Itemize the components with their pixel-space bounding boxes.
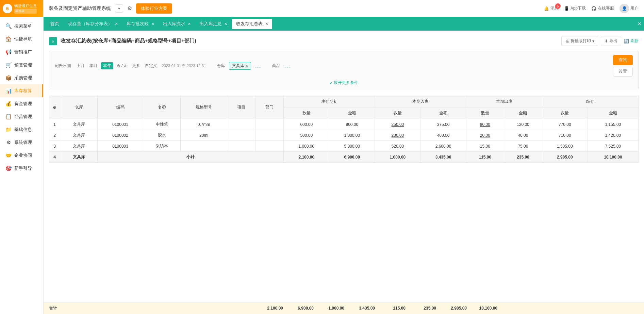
row-in-amt: 2,600.00: [420, 141, 466, 152]
print-button[interactable]: 🖨 拆镜版打印 ▾: [561, 36, 598, 46]
box-icon: 📦: [5, 75, 12, 81]
goods-dots[interactable]: ...: [284, 63, 291, 69]
settings-icon[interactable]: ⚙: [127, 5, 132, 12]
avatar: 👤: [620, 4, 629, 13]
total-closing-amt: 10,100.00: [471, 306, 501, 311]
handshake-icon: 🤝: [5, 152, 12, 159]
home-icon: 🏠: [5, 36, 12, 42]
warehouse-tag-close[interactable]: ×: [246, 64, 248, 68]
user-action[interactable]: 👤 用户: [620, 4, 639, 13]
row-goods-spec: 0.7mm: [181, 119, 227, 130]
header-right: 🔔 消息 6 📱 App下载 🎧 在线客服 👤 用户: [544, 4, 639, 13]
logo-area: 6 畅捷通好生意 标准版: [0, 0, 43, 17]
online-service-label: 在线客服: [598, 5, 614, 11]
sidebar-item-system[interactable]: ⚙ 系统管理: [0, 136, 43, 149]
tab-batch-ledger-close[interactable]: ×: [151, 21, 154, 27]
row-in-qty[interactable]: 230.00: [375, 130, 420, 141]
tab-inout-flow[interactable]: 出入库流水 ×: [159, 19, 195, 29]
sidebar-item-marketing[interactable]: 📢 营销推广: [0, 46, 43, 59]
target-icon: 🎯: [5, 165, 12, 171]
messages-action[interactable]: 🔔 消息 6: [544, 5, 559, 11]
sidebar-item-label: 采购管理: [14, 75, 32, 81]
row-in-qty[interactable]: 250.00: [375, 119, 420, 130]
row-out-qty[interactable]: 20.00: [466, 130, 504, 141]
close-all-tabs[interactable]: ×: [638, 20, 641, 28]
row-out-qty[interactable]: 15.00: [466, 141, 504, 152]
subtotal-out-qty[interactable]: 115.00: [466, 152, 504, 163]
trial-button[interactable]: 体验行业方案: [136, 3, 172, 14]
tab-home[interactable]: 首页: [46, 19, 63, 29]
online-service-action[interactable]: 🎧 在线客服: [591, 5, 614, 11]
th-in-qty: 数量: [375, 108, 420, 119]
tab-inout-summary-close[interactable]: ×: [225, 21, 227, 27]
date-btn-this-month[interactable]: 本月: [88, 62, 99, 69]
sidebar-item-sales[interactable]: 🛒 销售管理: [0, 59, 43, 71]
tab-receive-send[interactable]: 收发存汇总表 ×: [232, 19, 272, 29]
th-settings[interactable]: ⚙: [49, 96, 60, 119]
expand-button[interactable]: ∨ 展开更多条件: [329, 80, 358, 86]
date-btn-custom[interactable]: 自定义: [144, 62, 159, 69]
total-out-amt: 235.00: [410, 306, 440, 311]
sidebar-item-operations[interactable]: 📋 经营管理: [0, 110, 43, 123]
export-button[interactable]: ⬇ 导出: [601, 36, 621, 46]
row-warehouse: 文具库: [60, 130, 98, 141]
tab-inventory-dist[interactable]: 现存量（库存分布表） ×: [64, 19, 122, 29]
row-closing-amt: 7,525.00: [588, 141, 638, 152]
sidebar-item-guide[interactable]: 🎯 新手引导: [0, 162, 43, 175]
sidebar-item-enterprise[interactable]: 🤝 企业协同: [0, 149, 43, 162]
app-download-action[interactable]: 📱 App下载: [564, 5, 586, 11]
date-btn-last-month[interactable]: 上月: [75, 62, 86, 69]
subtotal-out-amt: 235.00: [504, 152, 542, 163]
sidebar-item-quick-nav[interactable]: 🏠 快捷导航: [0, 33, 43, 46]
row-out-qty[interactable]: 80.00: [466, 119, 504, 130]
subtotal-opening-amt: 6,900.00: [329, 152, 375, 163]
row-out-amt: 75.00: [504, 141, 542, 152]
row-opening-qty: 1,000.00: [284, 141, 329, 152]
date-label: 记账日期: [55, 63, 71, 69]
sidebar-item-label: 系统管理: [14, 139, 32, 146]
sidebar-item-finance[interactable]: 💰 资金管理: [0, 97, 43, 110]
refresh-button[interactable]: 🔄 刷新: [624, 38, 639, 44]
tab-inout-flow-label: 出入库流水: [163, 21, 185, 27]
row-opening-qty: 500.00: [284, 130, 329, 141]
date-btn-more[interactable]: 更多: [131, 62, 142, 69]
top-header: 装备及固定资产辅助管理系统 ▾ ⚙ 体验行业方案 🔔 消息 6 📱 App下载 …: [44, 0, 644, 17]
table-row: 3 文具库 0100003 采访本 1,000.00 5,000.00 520.…: [49, 141, 639, 152]
set-button[interactable]: 设置: [613, 67, 633, 77]
table-row: 2 文具库 0100002 胶水 20ml 500.00 1,000.00 23…: [49, 130, 639, 141]
user-label: 用户: [630, 5, 639, 11]
row-no: 1: [49, 119, 60, 130]
th-out: 本期出库: [466, 96, 542, 108]
row-in-qty[interactable]: 520.00: [375, 141, 420, 152]
sidebar-item-basic-info[interactable]: 📁 基础信息: [0, 123, 43, 136]
sidebar-item-purchase[interactable]: 📦 采购管理: [0, 71, 43, 84]
tab-inout-flow-close[interactable]: ×: [188, 21, 191, 27]
sidebar-item-search[interactable]: 🔍 搜索菜单: [0, 20, 43, 33]
data-table: ⚙ 仓库 编码 名称 规格型号 项目 部门 库存期初 本期入库 本期出库 结存 …: [49, 96, 639, 163]
tab-batch-ledger-label: 库存批次账: [127, 21, 149, 27]
th-closing: 结存: [542, 96, 638, 108]
filter-expand-row: ∨ 展开更多条件: [55, 80, 633, 86]
date-btn-this-year[interactable]: 本年: [101, 62, 113, 69]
sidebar-item-inventory[interactable]: 📊 库存核算: [0, 84, 43, 97]
filter-area: 记账日期 上月 本月 本年 近7天 更多 自定义 2023-01-01 至 20…: [49, 51, 639, 90]
row-warehouse: 文具库: [60, 119, 98, 130]
query-button[interactable]: 查询: [613, 55, 633, 65]
tab-inout-summary[interactable]: 出入库汇总 ×: [196, 19, 231, 29]
date-btn-7days[interactable]: 近7天: [115, 62, 129, 69]
tab-batch-ledger[interactable]: 库存批次账 ×: [122, 19, 158, 29]
system-title: 装备及固定资产辅助管理系统: [49, 5, 111, 12]
subtotal-closing-qty: 2,985.00: [542, 152, 588, 163]
sidebar-item-label: 销售管理: [14, 62, 32, 68]
system-dropdown[interactable]: ▾: [115, 4, 123, 13]
total-closing-qty: 2,985.00: [440, 306, 471, 311]
search-icon: 🔍: [5, 23, 12, 29]
row-out-amt: 120.00: [504, 119, 542, 130]
th-out-amt: 金额: [504, 108, 542, 119]
subtotal-in-qty[interactable]: 1,000.00: [375, 152, 420, 163]
collapse-btn[interactable]: «: [49, 37, 57, 45]
tab-receive-send-close[interactable]: ×: [265, 21, 268, 27]
tab-inventory-dist-close[interactable]: ×: [115, 21, 118, 27]
th-goods-code: 编码: [98, 96, 143, 119]
warehouse-dots[interactable]: ...: [255, 63, 261, 69]
